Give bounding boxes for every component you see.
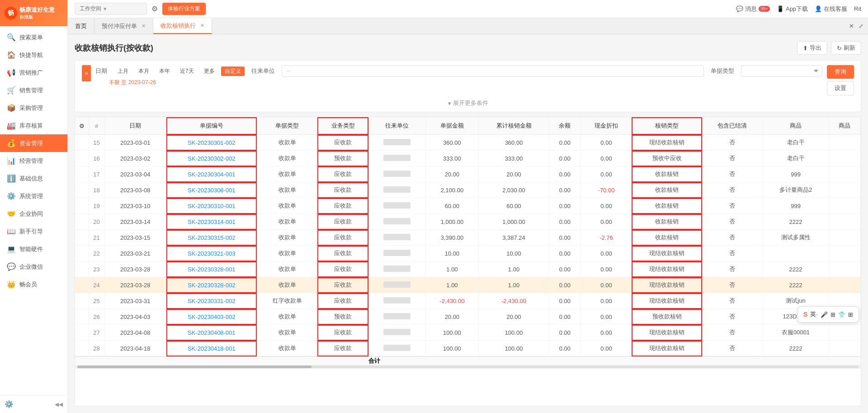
expand-tab-icon[interactable]: ⤢	[859, 23, 863, 29]
cell-seq: 16	[89, 151, 104, 166]
cell-writeoff-type: 收款核销	[632, 182, 702, 198]
date-opt-thismonth[interactable]: 本月	[135, 66, 153, 76]
bill-no-link[interactable]: SK-20230315-002	[188, 234, 236, 241]
table-row[interactable]: 16 2023-03-02 SK-20230302-002 收款单 预收款 33…	[75, 151, 861, 166]
cell-product1: 衣服00001	[763, 325, 829, 341]
sidebar-item-system[interactable]: ⚙️ 系统管理	[0, 187, 67, 205]
sidebar-item-finance[interactable]: 💰 资金管理	[0, 134, 67, 152]
app-download-btn[interactable]: 📱 App下载	[777, 5, 808, 13]
cell-writeoff-type: 预收中应收	[632, 151, 702, 166]
date-custom-btn[interactable]: 自定义	[221, 66, 245, 76]
sidebar-item-enterprise[interactable]: 🤝 企业协同	[0, 205, 67, 223]
sidebar-settings-icon[interactable]: ⚙️	[5, 400, 14, 408]
cell-bill-amount: 60.00	[425, 198, 479, 214]
cell-gear	[75, 230, 89, 246]
col-bill-type: 单据类型	[257, 117, 317, 135]
bill-no-link[interactable]: SK-20230302-002	[188, 155, 236, 162]
date-opt-7days[interactable]: 近7天	[176, 66, 198, 76]
bill-no-link[interactable]: SK-20230328-001	[188, 266, 236, 273]
cell-cash-discount: -2.76	[581, 230, 632, 246]
cell-cash-discount: 0.00	[581, 246, 632, 261]
user-info[interactable]: Rit	[854, 5, 861, 12]
sidebar-item-basic[interactable]: ℹ️ 基础信息	[0, 170, 67, 187]
col-product2: 商品	[829, 117, 860, 135]
table-row[interactable]: 25 2023-03-31 SK-20230331-002 红字收款单 应收款 …	[75, 293, 861, 309]
sidebar-item-hardware[interactable]: 💻 智能硬件	[0, 240, 67, 258]
partner-input[interactable]: ···	[282, 65, 704, 77]
tab-payable[interactable]: 预付冲应付单 ✕	[94, 18, 153, 34]
table-row[interactable]: 23 2023-03-28 SK-20230328-001 收款单 应收款 1.…	[75, 261, 861, 277]
table-row[interactable]: 27 2023-04-08 SK-20230408-001 收款单 应收款 10…	[75, 325, 861, 341]
cell-bill-type: 收款单	[257, 214, 317, 230]
table-container: ⚙ # 日期 单据编号 单据类型 业务类型 往来单位 单据金额 累计核销金额 余…	[75, 117, 861, 406]
table-row[interactable]: 15 2023-03-01 SK-20230301-002 收款单 应收款 36…	[75, 135, 861, 151]
bill-no-link[interactable]: SK-20230328-002	[188, 282, 236, 289]
sidebar-collapse-icon[interactable]: ◀◀	[55, 401, 63, 408]
col-gear[interactable]: ⚙	[75, 117, 89, 135]
cell-cash-discount: -70.00	[581, 182, 632, 198]
sidebar-item-inventory[interactable]: 🏭 库存核算	[0, 117, 67, 134]
cell-bill-type: 收款单	[257, 230, 317, 246]
online-support-btn[interactable]: 👤 在线客服	[815, 5, 847, 13]
sidebar-item-search[interactable]: 🔍 搜索菜单	[0, 28, 67, 46]
cell-bill-amount: 100.00	[425, 341, 479, 357]
workspace-selector[interactable]: 工作空间 ▾	[75, 3, 147, 15]
cell-gear	[75, 309, 89, 325]
close-all-icon[interactable]: ✕	[849, 23, 854, 29]
cell-bill-amount: 1.00	[425, 277, 479, 293]
messages-btn[interactable]: 💬 消息 99+	[736, 5, 770, 13]
table-row[interactable]: 26 2023-04-03 SK-20230403-002 收款单 预收款 20…	[75, 309, 861, 325]
table-row[interactable]: 22 2023-03-21 SK-20230321-003 收款单 应收款 10…	[75, 246, 861, 261]
tab-home[interactable]: 首页	[68, 18, 94, 34]
table-row[interactable]: 19 2023-03-10 SK-20230310-001 收款单 应收款 60…	[75, 198, 861, 214]
gear-icon[interactable]: ⚙	[151, 5, 158, 13]
table-row[interactable]: 17 2023-03-04 SK-20230304-001 收款单 应收款 20…	[75, 166, 861, 182]
tab-payable-close[interactable]: ✕	[142, 23, 146, 29]
query-btn[interactable]: 查询	[827, 65, 854, 79]
cell-product1: 999	[763, 166, 829, 182]
chevron-down-icon: ▾	[104, 5, 107, 12]
partner-blurred	[383, 186, 410, 193]
bill-type-select[interactable]	[741, 65, 822, 77]
bill-no-link[interactable]: SK-20230304-001	[188, 171, 236, 178]
bill-no-link[interactable]: SK-20230418-001	[188, 345, 236, 352]
bill-no-link[interactable]: SK-20230408-001	[188, 329, 236, 336]
industry-btn[interactable]: 体验行业方案	[162, 3, 206, 15]
cell-date: 2023-03-01	[104, 135, 166, 151]
date-opt-thisyear[interactable]: 本年	[156, 66, 174, 76]
bill-no-link[interactable]: SK-20230301-002	[188, 139, 236, 146]
bill-no-link[interactable]: SK-20230331-002	[188, 298, 236, 304]
sidebar-item-wechat[interactable]: 💬 企业微信	[0, 258, 67, 275]
bill-no-link[interactable]: SK-20230314-001	[188, 218, 236, 225]
sidebar-item-marketing[interactable]: 📢 营销推广	[0, 64, 67, 81]
bill-no-link[interactable]: SK-20230308-001	[188, 187, 236, 194]
table-scrollbar[interactable]	[75, 365, 861, 369]
cell-partner	[368, 341, 425, 357]
sidebar-item-quicknav[interactable]: 🏠 快捷导航	[0, 46, 67, 64]
tab-collection[interactable]: 收款核销执行 ✕	[153, 18, 212, 34]
expand-toggle-btn[interactable]: »	[82, 65, 91, 81]
sidebar-item-member[interactable]: 👑 畅会员	[0, 275, 67, 293]
sidebar-item-guide[interactable]: 📖 新手引导	[0, 223, 67, 240]
table-row[interactable]: 18 2023-03-08 SK-20230308-001 收款单 应收款 2,…	[75, 182, 861, 198]
table-row[interactable]: 20 2023-03-14 SK-20230314-001 收款单 应收款 1,…	[75, 214, 861, 230]
setting-btn[interactable]: 设置	[827, 81, 854, 95]
tab-collection-close[interactable]: ✕	[200, 23, 204, 28]
table-row[interactable]: 21 2023-03-15 SK-20230315-002 收款单 应收款 3,…	[75, 230, 861, 246]
sidebar-item-purchase[interactable]: 📦 采购管理	[0, 99, 67, 117]
refresh-btn[interactable]: ↻ 刷新	[831, 41, 861, 55]
table-row[interactable]: 24 2023-03-28 SK-20230328-002 收款单 应收款 1.…	[75, 277, 861, 293]
cell-biz-type: 应收款	[317, 198, 368, 214]
table-row[interactable]: 28 2023-04-18 SK-20230418-001 收款单 应收款 10…	[75, 341, 861, 357]
cell-product2	[829, 230, 860, 246]
date-opt-lastmonth[interactable]: 上月	[114, 66, 132, 76]
sidebar-item-sales[interactable]: 🛒 销售管理	[0, 81, 67, 99]
export-btn[interactable]: ⬆ 导出	[797, 41, 827, 55]
bill-no-link[interactable]: SK-20230310-001	[188, 203, 236, 209]
cell-include-settled: 否	[702, 182, 763, 198]
sidebar-item-operations[interactable]: 📊 经营管理	[0, 152, 67, 170]
bill-no-link[interactable]: SK-20230403-002	[188, 313, 236, 320]
bill-no-link[interactable]: SK-20230321-003	[188, 250, 236, 257]
date-opt-more[interactable]: 更多	[200, 66, 218, 76]
expand-conditions-btn[interactable]: ▾ 展开更多条件	[82, 99, 854, 107]
